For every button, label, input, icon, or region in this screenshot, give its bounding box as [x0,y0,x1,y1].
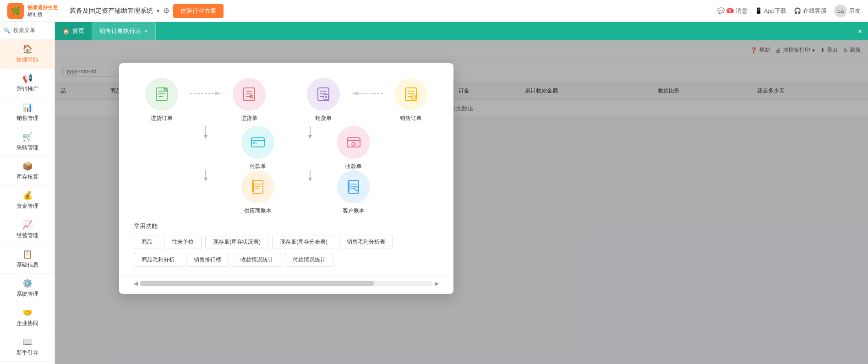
sidebar-icon-6: 📈 [22,220,33,230]
common-btn-4[interactable]: 销售毛利分析表 [339,235,393,249]
sidebar-item-10[interactable]: 📖新手引导 [0,332,55,362]
common-btn-2[interactable]: 现存量(库存状况表) [205,235,268,249]
sidebar-icon-0: 🏠 [22,44,33,54]
tab-close-icon[interactable]: ✕ [144,28,148,34]
message-badge: 6 [726,8,734,13]
flow-circle-sales-bill[interactable] [307,78,340,111]
sidebar-icon-2: 📊 [22,103,33,113]
sidebar-icon-8: ⚙️ [22,278,33,288]
svg-marker-6 [215,92,221,95]
common-btn-1[interactable]: 往来单位 [164,235,202,249]
sidebar-label-2: 销售管理 [16,114,38,122]
sidebar-label-4: 库存核算 [16,173,38,181]
flow-label-receipt: 收款单 [345,163,362,170]
search-icon: 🔍 [4,27,11,34]
flow-circle-payment[interactable]: ¥ [241,126,274,159]
user-area[interactable]: Ea 用友 [834,5,861,17]
flow-circle-customer-ledger[interactable] [337,170,370,203]
svg-rect-42 [252,181,254,192]
sidebar-label-8: 系统管理 [16,290,38,298]
online-service-label: 在线客服 [803,7,827,15]
flow-item-payment: ¥ 付款单 [229,126,286,170]
search-menu-btn[interactable]: 🔍 搜索菜单 [0,22,55,39]
trial-button[interactable]: 体验行业方案 [173,4,224,18]
common-buttons: 商品往来单位现存量(库存状况表)现存量(库存分布表)销售毛利分析表商品毛利分析销… [134,235,439,267]
svg-text:✓: ✓ [251,95,253,98]
common-section-title: 常用功能 [134,222,439,230]
modal-scroll-area: ◀ ▶ [119,276,453,294]
sidebar-item-1[interactable]: 📢营销推广 [0,69,55,98]
tab-bar-close-btn[interactable]: ✕ [852,22,868,40]
common-btn-5[interactable]: 商品毛利分析 [134,253,182,267]
sidebar-item-3[interactable]: 🛒采购管理 [0,127,55,157]
scroll-row: ◀ ▶ [134,280,439,287]
online-service-btn[interactable]: 🎧 在线客服 [794,7,827,15]
sidebar-item-7[interactable]: 📋基础信息 [0,244,55,274]
scroll-track[interactable] [140,281,433,286]
svg-text:¥: ¥ [352,142,355,147]
flow-item-sales-bill: 销货单 [295,78,352,122]
common-btn-0[interactable]: 商品 [134,235,160,249]
tab-sales-order-label: 销售订单执行表 [99,27,141,35]
sidebar-label-9: 企业协同 [16,320,38,327]
tab-sales-order[interactable]: 销售订单执行表 ✕ [92,22,156,40]
sidebar-item-4[interactable]: 📦库存核算 [0,157,55,186]
flow-circle-purchase-bill[interactable]: ✓ [233,78,266,111]
avatar-initials: Ea [837,8,844,14]
arrow-v-3 [191,170,220,181]
sidebar-label-6: 经营管理 [16,232,38,239]
flow-item-sales-order: 销售订单 [383,78,439,122]
common-btn-7[interactable]: 收款情况统计 [233,253,281,267]
tab-home-label: 首页 [72,27,84,35]
header-center: 装备及固定资产辅助管理系统 ▾ ⚙ 体验行业方案 [62,4,717,18]
sidebar-icon-7: 📋 [22,249,33,259]
flow-circle-purchase-order[interactable] [145,78,178,111]
sidebar-item-5[interactable]: 💰资金管理 [0,186,55,215]
sidebar-item-2[interactable]: 📊销售管理 [0,98,55,127]
content-area: 🏠 首页 销售订单执行表 ✕ ✕ ❓ 帮助 🖨 按模板打印 [55,22,868,364]
flow-label-sales-order: 销售订单 [400,114,422,122]
common-btn-8[interactable]: 付款情况统计 [285,253,333,267]
scroll-right-arrow[interactable]: ▶ [435,280,439,287]
flow-row-3-wrapper: 供应商账本 客户账 [134,170,439,215]
app-download-btn[interactable]: 📱 App下载 [755,7,786,15]
brand-name: 畅康通好生意 [27,4,58,11]
flow-circle-receipt[interactable]: ¥ [337,126,370,159]
logo-area: 🌿 畅康通好生意 标准版 [7,3,62,19]
scroll-left-arrow[interactable]: ◀ [134,280,138,287]
modal-content: 进货订单 ✓ 进货单 [119,63,453,276]
sidebar-item-0[interactable]: 🏠快捷导航 [0,39,55,69]
system-dropdown-btn[interactable]: ▾ [157,8,159,14]
common-btn-6[interactable]: 销售排行榜 [186,253,229,267]
svg-rect-49 [348,181,349,192]
sidebar-item-9[interactable]: 🤝企业协同 [0,303,55,332]
sidebar-item-8[interactable]: ⚙️系统管理 [0,274,55,303]
message-btn[interactable]: 💬 6 消息 [717,7,748,15]
top-header: 🌿 畅康通好生意 标准版 装备及固定资产辅助管理系统 ▾ ⚙ 体验行业方案 💬 … [0,0,868,22]
svg-marker-34 [308,135,312,139]
flow-circle-supplier-ledger[interactable] [241,170,274,203]
sidebar-label-1: 营销推广 [16,85,38,93]
sidebar-icon-5: 💰 [22,190,33,201]
flow-row-1: 进货订单 ✓ 进货单 [134,78,439,122]
logo-icon: 🌿 [7,3,24,19]
user-label: 用友 [849,7,861,15]
system-title: 装备及固定资产辅助管理系统 [70,7,153,15]
flow-label-customer-ledger: 客户账本 [343,207,365,215]
tab-home[interactable]: 🏠 首页 [55,22,92,40]
sidebar-icon-3: 🛒 [22,132,33,142]
flow-label-sales-bill: 销货单 [315,114,332,122]
settings-icon[interactable]: ⚙ [163,6,169,15]
arrow-v-2 [295,126,325,139]
sidebar-icon-4: 📦 [22,161,33,171]
flow-circle-sales-order[interactable] [394,78,427,111]
app-download-label: App下载 [764,7,786,15]
sidebar-label-3: 采购管理 [16,144,38,152]
sidebar-icon-10: 📖 [22,337,33,347]
sidebar-item-6[interactable]: 📈经营管理 [0,215,55,244]
svg-rect-41 [253,180,263,193]
flow-label-payment: 付款单 [250,163,266,170]
common-btn-3[interactable]: 现存量(库存分布表) [272,235,335,249]
sidebar: 🔍 搜索菜单 🏠快捷导航📢营销推广📊销售管理🛒采购管理📦库存核算💰资金管理📈经营… [0,22,55,364]
main-layout: 🔍 搜索菜单 🏠快捷导航📢营销推广📊销售管理🛒采购管理📦库存核算💰资金管理📈经营… [0,22,868,364]
